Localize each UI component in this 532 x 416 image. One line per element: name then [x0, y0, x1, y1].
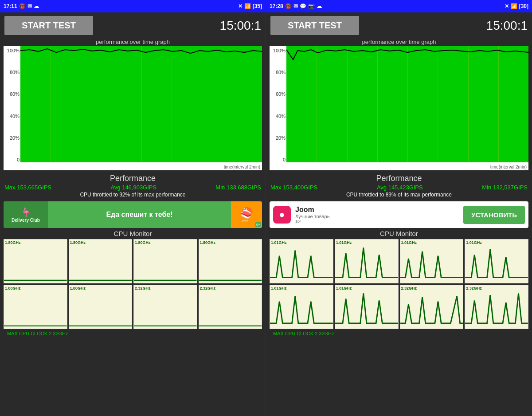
left-cpu-title: CPU Monitor — [4, 230, 262, 237]
right-status-bar: 17:28 📵 ✉ 💬 📷 ☁ ✕ 📶 [30] — [266, 0, 532, 12]
left-mail-icon: ✉ — [27, 3, 32, 9]
right-main: START TEST 15:00:1 performance over time… — [266, 12, 532, 416]
right-cpu-title: CPU Monitor — [270, 230, 528, 237]
left-perf-avg: Avg 146,903GIPS — [110, 184, 156, 191]
left-ad-logo: 🦩 Delivery Club — [4, 201, 48, 228]
r-cpu-cell-5: 1.01GHz — [270, 285, 333, 329]
r-cpu-graph-4 — [465, 239, 528, 283]
right-graph-container: 100% 80% 60% 40% 20% 0 — [270, 46, 528, 170]
cpu-cell-8: 2.32GHz — [199, 285, 262, 329]
right-graph-area: time(interval 2min) — [286, 46, 528, 170]
cpu-graph-5 — [4, 285, 67, 329]
left-performance-section: Performance Max 153,665GIPS Avg 146,903G… — [0, 172, 266, 201]
right-chat-icon: 💬 — [300, 3, 306, 9]
joom-logo: ● — [273, 206, 291, 224]
left-signal-icon: 📵 — [19, 3, 26, 9]
left-perf-throttle: CPU throttled to 92% of its max performa… — [4, 192, 261, 198]
r-cpu-cell-4: 1.01GHz — [465, 239, 528, 283]
right-mail-icon: ✉ — [293, 3, 298, 9]
r-cpu-graph-1 — [270, 239, 333, 283]
right-status-right: ✕ 📶 [30] — [505, 3, 528, 9]
right-start-test-button[interactable]: START TEST — [270, 16, 359, 35]
left-time: 17:11 — [4, 3, 17, 9]
cpu-cell-6: 1.80GHz — [69, 285, 133, 329]
left-start-test-button[interactable]: START TEST — [4, 16, 93, 35]
right-y-100: 100% — [273, 48, 286, 53]
right-perf-line — [286, 46, 528, 162]
cpu-cell-7: 2.32GHz — [133, 285, 197, 329]
left-status-left: 17:11 📵 ✉ ☁ — [4, 3, 39, 9]
joom-name: Joom — [295, 206, 459, 214]
right-perf-throttle: CPU throttled to 89% of its max performa… — [270, 192, 528, 198]
left-y-60: 60% — [10, 91, 20, 97]
cpu-graph-1 — [4, 239, 67, 283]
left-graph-green — [20, 46, 262, 162]
right-panel: 17:28 📵 ✉ 💬 📷 ☁ ✕ 📶 [30] START TEST 15:0… — [266, 0, 532, 416]
left-graph-area: time(interval 2min) — [20, 46, 262, 170]
left-status-right: ✕ 📶 [35] — [238, 3, 262, 9]
cpu-cell-5: 1.80GHz — [4, 285, 67, 329]
right-time: 17:28 — [270, 3, 283, 9]
cpu-graph-8 — [199, 285, 262, 329]
right-graph-bottom-label: time(interval 2min) — [490, 165, 527, 169]
right-top-bar: START TEST 15:00:1 — [266, 12, 532, 39]
left-ad-badge: 0+ — [255, 222, 261, 227]
left-perf-min: Min 133,688GIPS — [215, 184, 261, 191]
r-cpu-graph-8 — [465, 285, 528, 329]
left-wifi-icon: 📶 — [244, 3, 251, 9]
r-cpu-graph-7 — [400, 285, 463, 329]
cpu-graph-3 — [134, 239, 197, 283]
left-graph-container: 100% 80% 60% 40% 20% 0 — [4, 46, 262, 170]
left-graph-section: performance over time graph 100% 80% 60%… — [0, 39, 266, 172]
cpu-graph-2 — [69, 239, 132, 283]
right-wifi-icon: 📶 — [511, 3, 517, 9]
cpu-cell-1: 1.80GHz — [4, 239, 67, 283]
right-graph-section: performance over time graph 100% 80% 60%… — [266, 39, 532, 172]
cpu-graph-6 — [69, 285, 132, 329]
left-perf-max: Max 153,665GIPS — [4, 184, 51, 191]
left-main: START TEST 15:00:1 performance over time… — [0, 12, 266, 416]
left-panel: 17:11 📵 ✉ ☁ ✕ 📶 [35] START TEST 15:00:1 … — [0, 0, 266, 416]
right-status-left: 17:28 📵 ✉ 💬 📷 ☁ — [270, 3, 322, 9]
r-cpu-cell-7: 2.32GHz — [400, 285, 464, 329]
r-cpu-cell-6: 1.01GHz — [335, 285, 399, 329]
right-cpu-monitor: CPU Monitor 1.01GHz 1.01GHz 1.01GHz — [266, 230, 532, 416]
right-y-60: 60% — [276, 91, 286, 97]
left-y-0: 0 — [17, 157, 20, 162]
left-close-icon: ✕ — [238, 3, 243, 9]
right-ad-banner[interactable]: ● Joom Лучшие товары 16+ УСТАНОВИТЬ — [270, 201, 528, 228]
left-ad-banner[interactable]: 🦩 Delivery Club Еда спешит к тебе! 🍣 Pet… — [4, 201, 262, 228]
joom-info: Joom Лучшие товары 16+ — [295, 206, 459, 224]
left-ad-text: Еда спешит к тебе! — [48, 207, 231, 222]
joom-install-button[interactable]: УСТАНОВИТЬ — [463, 206, 525, 224]
right-close-icon: ✕ — [505, 3, 509, 9]
right-performance-section: Performance Max 153,400GIPS Avg 145,423G… — [266, 172, 532, 201]
left-weather-icon: ☁ — [34, 3, 39, 9]
left-y-20: 20% — [10, 135, 20, 141]
cpu-graph-7 — [134, 285, 197, 329]
left-perf-title: Performance — [4, 174, 261, 183]
joom-age: 16+ — [295, 219, 459, 224]
r-cpu-cell-1: 1.01GHz — [270, 239, 333, 283]
left-perf-stats: Max 153,665GIPS Avg 146,903GIPS Min 133,… — [4, 184, 261, 191]
right-perf-avg: Avg 145,423GIPS — [377, 184, 423, 191]
right-y-axis: 100% 80% 60% 40% 20% 0 — [270, 46, 286, 170]
left-cpu-grid: 1.80GHz 1.80GHz 1.80GHz — [4, 239, 262, 329]
left-perf-line — [20, 46, 262, 162]
r-cpu-graph-3 — [400, 239, 463, 283]
r-cpu-graph-2 — [335, 239, 398, 283]
r-cpu-cell-3: 1.01GHz — [400, 239, 464, 283]
right-battery: [30] — [519, 3, 528, 9]
left-timer: 15:00:1 — [220, 19, 261, 33]
right-cpu-grid: 1.01GHz 1.01GHz 1.01GHz — [270, 239, 528, 329]
left-ad-brand: Delivery Club — [12, 218, 40, 223]
r-cpu-graph-5 — [270, 285, 333, 329]
r-cpu-graph-6 — [335, 285, 398, 329]
joom-sub: Лучшие товары — [295, 214, 459, 219]
r-cpu-cell-2: 1.01GHz — [335, 239, 399, 283]
left-graph-bottom-label: time(interval 2min) — [224, 165, 260, 169]
cpu-cell-3: 1.80GHz — [133, 239, 197, 283]
left-y-40: 40% — [10, 114, 20, 119]
left-y-axis: 100% 80% 60% 40% 20% 0 — [4, 46, 20, 170]
right-camera-icon: 📷 — [308, 3, 315, 9]
